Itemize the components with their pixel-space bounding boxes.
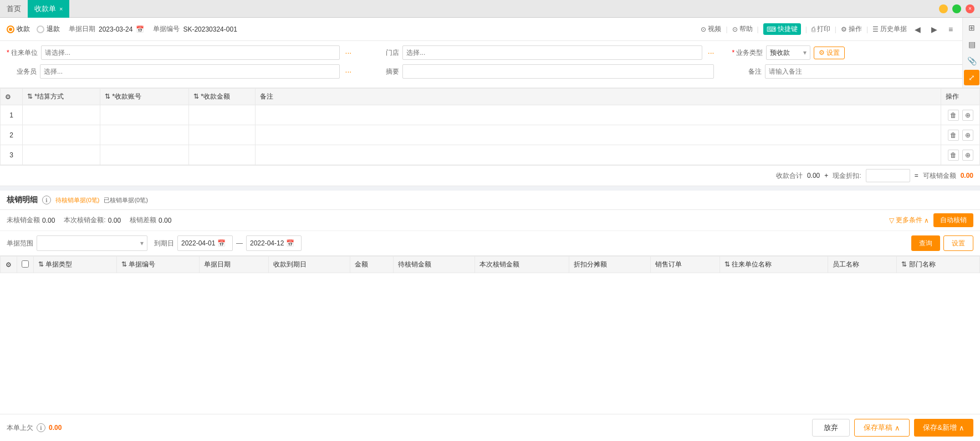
nav-prev-icon[interactable]: ◀ [911, 23, 923, 35]
select-all-checkbox[interactable] [22, 260, 29, 268]
row1-account[interactable] [100, 105, 189, 125]
toolbar-right: ⊙ 视频 | ⊙ 帮助 | ⌨ 快捷键 | ⎙ 打印 | ⚙ 操作 | [701, 23, 973, 35]
print-btn[interactable]: ⎙ 打印 [811, 24, 830, 34]
row2-amount[interactable] [189, 125, 256, 145]
divider3: | [805, 25, 807, 33]
date-from-picker[interactable]: 2022-04-01 📅 [177, 235, 233, 251]
row1-copy-icon[interactable]: ⊕ [962, 110, 973, 121]
bth-staff: 员工名称 [828, 257, 897, 273]
history-btn[interactable]: ☰ 历史单据 [872, 24, 907, 34]
row1-amount[interactable] [189, 105, 256, 125]
help-btn[interactable]: ⊙ 帮助 [732, 24, 753, 34]
abandon-button[interactable]: 放弃 [812, 419, 850, 437]
doc-date-calendar-icon[interactable]: 📅 [136, 25, 144, 33]
nav-list-icon[interactable]: ≡ [945, 23, 957, 35]
footer-actions: 放弃 保存草稿 ∧ 保存&新增 ∧ [812, 419, 973, 437]
row3-copy-icon[interactable]: ⊕ [962, 150, 973, 161]
sidebar-table-icon[interactable]: ⊞ [964, 20, 979, 35]
th-ops: 操作 [941, 89, 980, 105]
save-new-button[interactable]: 保存&新增 ∧ [914, 419, 973, 437]
staff-label: 业务员 [7, 67, 37, 76]
save-draft-button[interactable]: 保存草稿 ∧ [854, 419, 910, 437]
tab-home[interactable]: 首页 [0, 0, 28, 18]
row3-num: 3 [1, 145, 23, 165]
row3-delete-icon[interactable]: 🗑 [948, 150, 959, 161]
pending-tab[interactable]: 待核销单据(0笔) [55, 196, 99, 204]
shortcut-btn[interactable]: ⌨ 快捷键 [763, 23, 801, 35]
row3-amount[interactable] [189, 145, 256, 165]
operation-btn[interactable]: ⚙ 操作 [841, 24, 862, 34]
writeoff-info-icon[interactable]: ℹ [42, 196, 51, 204]
sidebar-attach-icon[interactable]: 📎 [964, 53, 979, 69]
close-button[interactable]: × [966, 4, 974, 13]
discount-label: 现金折扣: [833, 171, 861, 181]
biz-type-field: * 业务类型 预收款 ▾ ⚙ 设置 [732, 45, 973, 60]
filter-row: 单据范围 ▾ 到期日 2022-04-01 📅 — 2022-04-12 📅 查… [0, 231, 980, 256]
row3-account[interactable] [100, 145, 189, 165]
shop-more-icon[interactable]: ··· [708, 48, 714, 57]
print-icon: ⎙ [811, 25, 815, 33]
minimize-button[interactable] [939, 4, 948, 13]
doc-num-label: 单据编号 [153, 24, 180, 34]
table-row: 1 🗑 ⊕ [1, 105, 980, 125]
range-select[interactable]: ▾ [37, 235, 147, 251]
form-settings-button[interactable]: ⚙ 设置 [814, 47, 845, 59]
diff-value: 0.00 [159, 217, 171, 224]
bth-amount: 金额 [350, 257, 393, 273]
video-btn[interactable]: ⊙ 视频 [701, 24, 721, 34]
row3-settle[interactable] [23, 145, 100, 165]
sidebar-layout-icon[interactable]: ▤ [964, 37, 979, 52]
row3-remark[interactable] [256, 145, 941, 165]
filter-settings-button[interactable]: 设置 [943, 235, 973, 251]
sort-account-icon[interactable]: ⇅ [105, 93, 110, 100]
radio-refund[interactable]: 退款 [37, 24, 60, 34]
sidebar-expand-icon[interactable]: ⤢ [964, 70, 979, 85]
radio-refund-dot [37, 25, 44, 33]
sort-partner[interactable]: ⇅ [724, 260, 730, 268]
footer: 本单上欠 ℹ 0.00 放弃 保存草稿 ∧ 保存&新增 ∧ [0, 414, 980, 441]
partner-input[interactable] [41, 45, 340, 60]
tab-close-icon[interactable]: × [59, 6, 63, 12]
bth-check[interactable] [17, 257, 34, 273]
maximize-button[interactable] [952, 4, 961, 13]
summary-input[interactable] [402, 64, 714, 79]
shop-input[interactable] [402, 45, 702, 60]
bth-doc-num: ⇅ 单据编号 [116, 257, 200, 273]
divider4: | [835, 25, 836, 33]
staff-input[interactable] [40, 64, 340, 79]
table-row: 3 🗑 ⊕ [1, 145, 980, 165]
row2-delete-icon[interactable]: 🗑 [948, 130, 959, 141]
video-icon: ⊙ [701, 25, 706, 33]
auto-writeoff-button[interactable]: 自动核销 [933, 213, 973, 227]
more-conditions-btn[interactable]: ▽ 更多条件 ∧ [889, 216, 929, 225]
tab-receipt[interactable]: 收款单 × [28, 0, 69, 18]
writeoff-header: 核销明细 ℹ 待核销单据(0笔) 已核销单据(0笔) [0, 191, 980, 210]
sort-amount-icon[interactable]: ⇅ [193, 93, 199, 100]
sort-settle-icon[interactable]: ⇅ [27, 93, 33, 100]
row1-settle[interactable] [23, 105, 100, 125]
note-field: 备注 [732, 64, 973, 79]
sort-dept[interactable]: ⇅ [901, 260, 907, 268]
writeoff-table-wrapper: ⚙ ⇅ 单据类型 ⇅ 单据编号 单据日期 [0, 256, 980, 414]
sort-doc-type[interactable]: ⇅ [38, 260, 44, 268]
query-button[interactable]: 查询 [911, 235, 940, 251]
nav-next-icon[interactable]: ▶ [928, 23, 940, 35]
biz-type-select[interactable]: 预收款 ▾ [766, 45, 810, 60]
date-to-picker[interactable]: 2022-04-12 📅 [246, 235, 302, 251]
done-tab[interactable]: 已核销单据(0笔) [104, 196, 147, 204]
row2-copy-icon[interactable]: ⊕ [962, 130, 973, 141]
radio-receipt[interactable]: 收款 [7, 24, 30, 34]
row2-account[interactable] [100, 125, 189, 145]
row1-remark[interactable] [256, 105, 941, 125]
balance-info-icon[interactable]: ℹ [37, 423, 45, 432]
discount-input[interactable] [866, 169, 910, 182]
note-input[interactable] [765, 64, 973, 79]
staff-more-icon[interactable]: ··· [345, 67, 352, 76]
th-gear[interactable]: ⚙ [1, 89, 23, 105]
sort-doc-num[interactable]: ⇅ [121, 260, 127, 268]
row2-settle[interactable] [23, 125, 100, 145]
partner-more-icon[interactable]: ··· [345, 48, 352, 57]
bth-gear[interactable]: ⚙ [1, 257, 17, 273]
row2-remark[interactable] [256, 125, 941, 145]
row1-delete-icon[interactable]: 🗑 [948, 110, 959, 121]
